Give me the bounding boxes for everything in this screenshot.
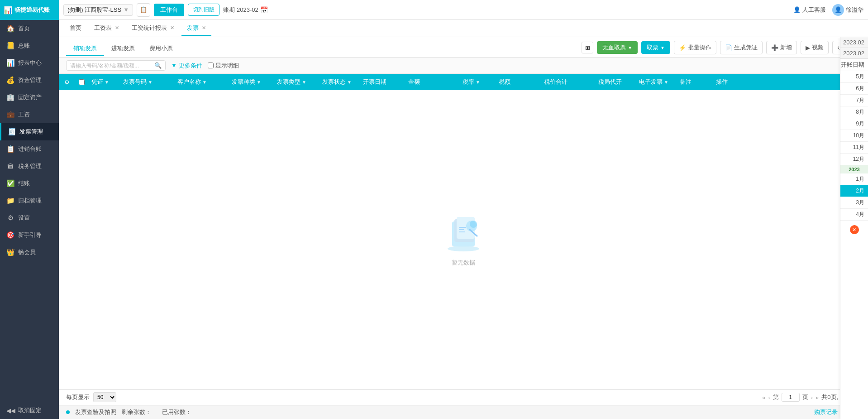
switch-button[interactable]: 切到旧版 [188, 4, 219, 16]
sidebar-item-invoice[interactable]: 🧾 发票管理 [0, 123, 59, 140]
page-size-select[interactable]: 20 50 100 [93, 392, 116, 402]
sidebar-item-label: 设置 [18, 214, 30, 222]
guide-icon: 🎯 [6, 231, 14, 239]
subtab-purchase-invoice[interactable]: 进项发票 [104, 42, 142, 56]
tab-salary-stats[interactable]: 工资统计报表 ✕ [126, 21, 180, 36]
logo-text: 畅捷通易代账 [14, 6, 50, 14]
funds-icon: 💰 [6, 76, 14, 84]
sidebar-item-salary[interactable]: 💼 工资 [0, 106, 59, 123]
search-input[interactable] [70, 63, 153, 69]
svg-rect-7 [459, 227, 466, 228]
date-item-2023-3[interactable]: 3月 [840, 197, 868, 209]
video-icon: ▶ [806, 44, 810, 51]
workbench-button[interactable]: 工作台 [154, 4, 184, 16]
new-button[interactable]: ➕ 新增 [766, 41, 797, 54]
date-item-7[interactable]: 7月 [840, 95, 868, 106]
service-icon: 👤 [793, 6, 801, 13]
tab-salary[interactable]: 工资表 ✕ [89, 21, 124, 36]
batch-op-button[interactable]: ⚡ 批量操作 [674, 41, 716, 54]
sidebar-item-label: 资金管理 [18, 76, 42, 84]
purchase-record-link[interactable]: 购票记录 [814, 408, 838, 416]
close-invoice-tab[interactable]: ✕ [202, 25, 206, 31]
sidebar-item-guide[interactable]: 🎯 新手引导 [0, 226, 59, 244]
calendar-icon[interactable]: 📅 [260, 6, 268, 14]
ticket-button[interactable]: 取票 ▼ [641, 41, 670, 54]
next-page-button[interactable]: › [811, 394, 813, 401]
user-info[interactable]: 👤 徐溢华 [832, 4, 863, 16]
date-item-5[interactable]: 5月 [840, 71, 868, 83]
no-ticket-button[interactable]: 无血取票 ▼ [597, 41, 638, 54]
sidebar-item-archive[interactable]: 📁 归档管理 [0, 192, 59, 209]
date-panel-close-button[interactable]: ✕ [850, 225, 859, 234]
sidebar-item-label: 归档管理 [18, 197, 42, 205]
customer-service[interactable]: 👤 人工客服 [793, 6, 826, 14]
date-item-2023-4[interactable]: 4月 [840, 209, 868, 221]
ticket-dropdown-icon: ▼ [660, 45, 665, 50]
date-item-open-date[interactable]: 📅 开账日期 [840, 59, 868, 71]
more-conditions-button[interactable]: ▼ 更多条件 [171, 62, 202, 70]
topbar: (勿删) 江西股宝-LSS ▼ 📋 工作台 切到旧版 账期 2023-02 📅 … [59, 0, 868, 20]
type2-filter-icon[interactable]: ▼ [302, 80, 306, 85]
close-salary-tab[interactable]: ✕ [115, 25, 119, 31]
sidebar-item-home[interactable]: 🏠 首页 [0, 20, 59, 37]
first-page-button[interactable]: « [762, 394, 765, 401]
gen-voucher-button[interactable]: 📄 生成凭证 [720, 41, 763, 54]
date-item-12[interactable]: 12月 [840, 154, 868, 165]
sidebar-item-sales[interactable]: 📋 进销台账 [0, 140, 59, 158]
voucher-filter-icon[interactable]: ▼ [105, 80, 109, 85]
close-salary-stats-tab[interactable]: ✕ [170, 25, 174, 31]
company-selector[interactable]: (勿删) 江西股宝-LSS ▼ [63, 4, 133, 16]
date-item-2023-2[interactable]: 2月 [840, 185, 868, 197]
video-button[interactable]: ▶ 视频 [801, 41, 829, 54]
sidebar-bottom-unpin[interactable]: ◀◀ 取消固定 [0, 402, 59, 419]
sidebar-item-label: 畅会员 [18, 248, 36, 256]
date-item-10[interactable]: 10月 [840, 130, 868, 142]
customer-filter-icon[interactable]: ▼ [202, 80, 207, 85]
number-filter-icon[interactable]: ▼ [148, 80, 153, 85]
check-label: 发票查验及拍照 [75, 408, 116, 416]
empty-text: 暂无数据 [452, 259, 475, 267]
date-panel-year-2023: 2023 [840, 165, 868, 173]
date-item-8[interactable]: 8月 [840, 106, 868, 118]
show-detail-checkbox-label[interactable]: 显示明细 [208, 62, 239, 70]
th-remark: 备注 [678, 78, 714, 86]
sidebar-item-tax[interactable]: 🏛 税务管理 [0, 158, 59, 175]
taxrate-filter-icon[interactable]: ▼ [476, 80, 480, 85]
last-page-button[interactable]: » [816, 394, 819, 401]
ticket-label: 取票 [647, 43, 658, 52]
th-amount: 金额 [406, 78, 461, 86]
sidebar-bottom-label: 取消固定 [18, 406, 42, 414]
prev-page-button[interactable]: ‹ [768, 394, 770, 401]
th-setting[interactable]: ⚙ [62, 79, 77, 86]
th-checkbox[interactable] [77, 79, 90, 85]
date-item-9[interactable]: 9月 [840, 118, 868, 130]
grid-view-icon[interactable]: ⊞ [582, 42, 593, 53]
show-detail-checkbox[interactable] [208, 63, 214, 68]
sidebar-item-settings[interactable]: ⚙ 设置 [0, 209, 59, 226]
date-item-6[interactable]: 6月 [840, 83, 868, 95]
sidebar-item-reports[interactable]: 📊 报表中心 [0, 54, 59, 72]
status-filter-icon[interactable]: ▼ [347, 80, 352, 85]
date-item-11[interactable]: 11月 [840, 142, 868, 154]
type1-filter-icon[interactable]: ▼ [257, 80, 261, 85]
tab-invoice[interactable]: 发票 ✕ [181, 21, 211, 36]
page-label: 第 [773, 393, 779, 401]
app-logo: 📊 畅捷通易代账 [0, 0, 59, 20]
page-number-input[interactable] [782, 393, 800, 402]
member-icon: 👑 [6, 248, 14, 256]
filter-icon: ▼ [171, 62, 177, 69]
select-all-checkbox[interactable] [79, 79, 85, 85]
copy-icon[interactable]: 📋 [137, 3, 150, 17]
subtab-expense-receipt[interactable]: 费用小票 [142, 42, 180, 56]
sidebar-item-ledger[interactable]: 📒 总账 [0, 37, 59, 54]
reports-icon: 📊 [6, 59, 14, 67]
sidebar-item-funds[interactable]: 💰 资金管理 [0, 72, 59, 89]
tab-home[interactable]: 首页 [64, 21, 87, 36]
sidebar-item-close[interactable]: ✅ 结账 [0, 175, 59, 192]
sidebar-item-member[interactable]: 👑 畅会员 [0, 244, 59, 261]
svg-rect-8 [459, 229, 464, 230]
elec-filter-icon[interactable]: ▼ [664, 80, 668, 85]
sidebar-item-assets[interactable]: 🏢 固定资产 [0, 89, 59, 106]
date-item-2023-1[interactable]: 1月 [840, 173, 868, 185]
subtab-sales-invoice[interactable]: 销项发票 [66, 42, 104, 56]
